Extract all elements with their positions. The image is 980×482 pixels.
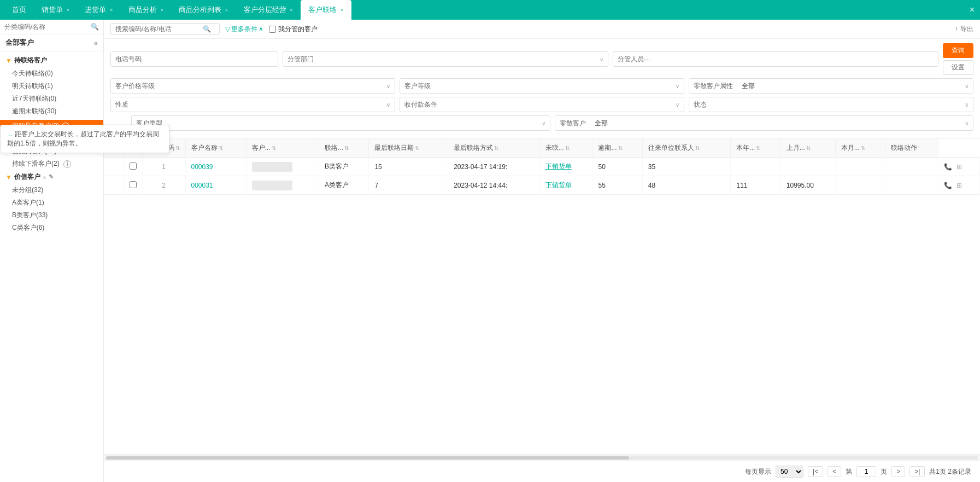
first-page-button[interactable]: |<	[808, 466, 823, 477]
content-area: 🔍 ▽ 更多条件 ∧ 我分管的客户 ↑ 导出 电话号码	[104, 20, 980, 482]
row-last-method[interactable]: 下销货单	[539, 176, 592, 195]
sort-icon-last-month[interactable]: ⇅	[806, 145, 811, 151]
nav-tab-home[interactable]: 首页	[4, 0, 34, 20]
sidebar-item-c-class[interactable]: C类客户(6)	[0, 222, 103, 234]
filter-customer-type[interactable]: 客户类型 ∨	[131, 115, 550, 131]
filter-price-level[interactable]: 客户价格等级 ∨	[110, 78, 395, 94]
more-conditions-button[interactable]: ▽ 更多条件 ∧	[225, 25, 263, 34]
nav-tab-analysis-list[interactable]: 商品分析列表 ×	[171, 0, 236, 20]
filter-manager[interactable]: 分管人员 ···	[613, 51, 938, 67]
phone-action-icon[interactable]: 📞	[944, 182, 952, 189]
next-page-button[interactable]: >	[891, 466, 905, 477]
sort-icon-type[interactable]: ⇅	[272, 145, 276, 151]
settings-button[interactable]: 设置	[943, 60, 973, 75]
filter-status[interactable]: 状态 ∨	[689, 97, 973, 112]
scrollbar-thumb[interactable]	[106, 456, 629, 460]
col-name: 客户名称⇅	[185, 139, 246, 158]
page-input[interactable]	[856, 466, 876, 477]
prev-page-button[interactable]: <	[828, 466, 841, 477]
row-code[interactable]: 000031	[185, 176, 246, 195]
sort-icon-year[interactable]: ⇅	[756, 145, 760, 151]
search-icon[interactable]: 🔍	[203, 25, 211, 33]
sort-icon-unreplied[interactable]: ⇅	[565, 145, 570, 151]
sort-icon-this-month[interactable]: ⇅	[861, 145, 865, 151]
search-input-wrap: 🔍	[110, 23, 220, 35]
sort-icon-contact[interactable]: ⇅	[344, 145, 349, 151]
my-customers-label: 我分管的客户	[278, 25, 318, 34]
per-page-select[interactable]: 50 100 200	[776, 466, 803, 478]
filter-retail-customer[interactable]: 零散客户 全部 ∨	[555, 115, 974, 131]
nav-tab-purchase[interactable]: 进货单 ×	[77, 0, 120, 20]
filter-row-3: 性质 ∨ 收付款条件 ∨ 状态 ∨	[110, 97, 973, 112]
close-purchase-icon[interactable]: ×	[109, 7, 113, 13]
close-analysis-icon[interactable]: ×	[160, 7, 163, 13]
close-customer-tier-icon[interactable]: ×	[290, 7, 293, 13]
filter-phone[interactable]: 电话号码	[110, 51, 278, 67]
edit-value-icon[interactable]: ○	[43, 174, 46, 181]
sidebar-collapse-button[interactable]: «	[94, 39, 98, 47]
row-this-month	[885, 176, 938, 195]
more-action-icon[interactable]: ⊞	[956, 163, 962, 171]
sidebar-divider-value[interactable]: ▼ 价值客户 ○ ✎	[0, 170, 103, 184]
nav-tab-customer-contact[interactable]: 客户联络 ×	[301, 0, 351, 20]
nav-tab-customer-tier[interactable]: 客户分层经营 ×	[236, 0, 301, 20]
sort-icon-code[interactable]: ⇅	[175, 145, 180, 151]
my-customers-checkbox[interactable]	[269, 26, 276, 33]
tooltip-dots[interactable]: ...	[7, 130, 13, 138]
page-label: 第	[846, 467, 852, 477]
sidebar-search-icon[interactable]: 🔍	[91, 23, 99, 31]
filter-payment[interactable]: 收付款条件 ∨	[400, 97, 684, 112]
sidebar-item-a-class[interactable]: A类客户(1)	[0, 196, 103, 209]
chevron-down-icon: ▼	[5, 57, 12, 65]
sidebar-item-overdue[interactable]: 逾期未联络(30)	[0, 105, 103, 118]
export-button[interactable]: ↑ 导出	[955, 25, 973, 34]
row-settings[interactable]	[104, 176, 124, 195]
row-contact-count: 15	[369, 158, 448, 176]
sidebar-item-unclassified[interactable]: 未分组(32)	[0, 184, 103, 196]
close-customer-contact-icon[interactable]: ×	[340, 7, 343, 13]
filter-gender[interactable]: 性质 ∨	[110, 97, 395, 112]
sidebar-item-today[interactable]: 今天待联络(0)	[0, 67, 103, 80]
row-company-contacts	[731, 158, 781, 176]
search-input[interactable]	[115, 25, 203, 33]
last-page-button[interactable]: >|	[909, 466, 925, 477]
sort-icon-method[interactable]: ⇅	[494, 145, 498, 151]
filter-row-4: ... 客户类型 ∨ 零散客户 全部 ∨	[110, 115, 973, 131]
sidebar-item-b-class[interactable]: B类客户(33)	[0, 209, 103, 222]
sort-icon-company[interactable]: ⇅	[695, 145, 700, 151]
sort-icon-overdue[interactable]: ⇅	[618, 145, 623, 151]
nav-tab-analysis[interactable]: 商品分析 ×	[121, 0, 171, 20]
row-last-month	[835, 158, 885, 176]
sidebar-item-declining[interactable]: 持续下滑客户(2) i	[0, 158, 103, 170]
per-page-label: 每页显示	[745, 467, 771, 477]
more-action-icon[interactable]: ⊞	[956, 182, 962, 189]
chevron-down-icon-dept: ∨	[600, 56, 603, 62]
row-settings[interactable]	[104, 158, 124, 176]
filter-retail-attr[interactable]: 零散客户属性 全部 ∨	[689, 78, 973, 94]
row-last-method[interactable]: 下销货单	[539, 158, 592, 176]
manager-ellipsis[interactable]: ···	[644, 55, 660, 63]
sort-icon-name[interactable]: ⇅	[219, 145, 223, 151]
sidebar-group-pending[interactable]: ▼ 待联络客户	[0, 54, 103, 67]
row-checkbox[interactable]	[130, 162, 137, 170]
window-close-button[interactable]: ×	[970, 5, 975, 15]
horizontal-scrollbar[interactable]	[104, 454, 980, 461]
filter-bar-top: 🔍 ▽ 更多条件 ∧ 我分管的客户 ↑ 导出	[104, 20, 980, 39]
row-checkbox[interactable]	[130, 181, 137, 188]
nav-tab-sales[interactable]: 销货单 ×	[34, 0, 77, 20]
info-icon-declining[interactable]: i	[63, 160, 71, 168]
sidebar-item-7days[interactable]: 近7天待联络(0)	[0, 92, 103, 105]
edit-icon[interactable]: ✎	[49, 173, 54, 181]
filter-dept[interactable]: 分管部门 ∨	[283, 51, 608, 67]
close-analysis-list-icon[interactable]: ×	[225, 7, 228, 13]
row-company-contacts: 111	[731, 176, 781, 195]
row-code[interactable]: 000039	[185, 158, 246, 176]
close-sales-icon[interactable]: ×	[66, 7, 69, 13]
filter-customer-level[interactable]: 客户等级 ∨	[400, 78, 684, 94]
sidebar-search-input[interactable]	[4, 23, 89, 31]
row-this-month	[885, 158, 938, 176]
sidebar-item-tomorrow[interactable]: 明天待联络(1)	[0, 80, 103, 92]
query-button[interactable]: 查询	[943, 43, 973, 58]
sort-icon-last-date[interactable]: ⇅	[415, 145, 419, 151]
phone-action-icon[interactable]: 📞	[944, 163, 952, 171]
